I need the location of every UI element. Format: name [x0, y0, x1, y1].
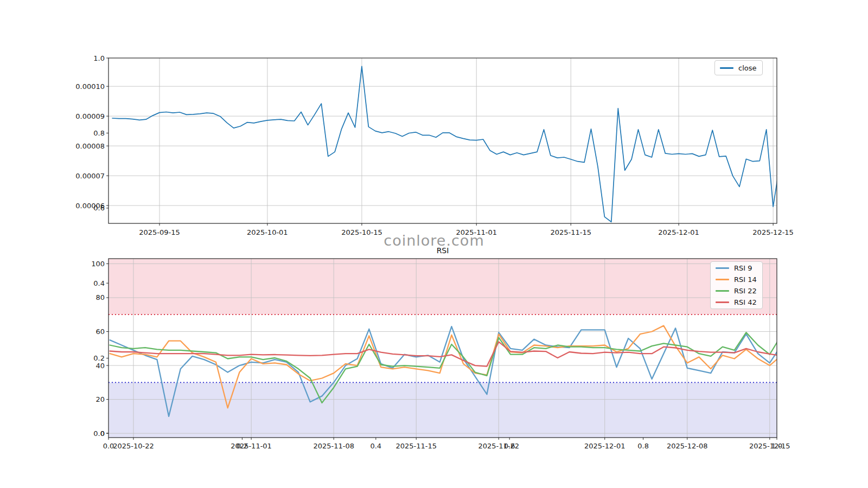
rsi9-line-swatch: [716, 267, 729, 269]
legend-row-close: close: [720, 64, 757, 72]
x-tick-label: 2025-10-22: [113, 442, 154, 450]
x-tick-label: 2025-12-08: [667, 442, 708, 450]
x-tick-label: 2025-10-01: [247, 228, 288, 236]
series-line-close: [112, 66, 780, 222]
overlay-y-tick-label: 0.6: [93, 204, 105, 212]
y-tick-label: 80: [95, 293, 105, 301]
legend-label-close: close: [738, 64, 756, 72]
y-tick-label: 0.00007: [75, 172, 105, 180]
y-tick-label: 100: [91, 260, 105, 268]
overlay-y-tick-label: 1.0: [93, 54, 105, 62]
overlay-y-tick-label: 0.4: [93, 279, 105, 287]
legend-row-rsi9: RSI 9: [716, 264, 757, 272]
watermark: coinlore.com: [384, 232, 484, 249]
x-tick-label: 2025-12-01: [584, 442, 626, 450]
overlay-x-tick-label: 0.0: [103, 442, 114, 450]
figure: 0.000100.000090.000080.000070.000062025-…: [0, 0, 868, 488]
overlay-x-tick-label: 0.2: [237, 442, 248, 450]
y-tick-label: 0.00009: [75, 112, 105, 120]
y-tick-label: 0.00008: [75, 142, 105, 150]
legend-label-rsi14: RSI 14: [734, 275, 757, 284]
overlay-x-tick-label: 0.6: [504, 442, 515, 450]
x-tick-label: 2025-11-15: [550, 228, 591, 236]
legend-close: close: [714, 60, 763, 75]
x-tick-label: 2025-11-08: [313, 442, 354, 450]
rsi-chart-title: RSI: [437, 246, 449, 255]
x-tick-label: 2025-12-01: [658, 228, 699, 236]
y-tick-label: 0.00010: [75, 82, 105, 91]
legend-label-rsi22: RSI 22: [734, 287, 757, 295]
x-tick-label: 2025-11-15: [395, 442, 437, 450]
rsi14-line-swatch: [716, 279, 729, 280]
rsi22-line-swatch: [716, 290, 729, 292]
x-tick-label: 2025-12-15: [752, 228, 794, 236]
rsi42-line-swatch: [716, 301, 729, 303]
x-tick-label: 2025-12-15: [749, 442, 790, 450]
close-line-swatch: [720, 67, 733, 69]
x-tick-label: 2025-09-15: [139, 228, 180, 236]
legend-row-rsi14: RSI 14: [716, 275, 757, 284]
overlay-x-tick-label: 0.8: [637, 442, 649, 450]
legend-rsi: RSI 9 RSI 14 RSI 22 RSI 42: [710, 261, 763, 309]
overlay-y-tick-label: 0.2: [93, 354, 105, 362]
overlay-x-tick-label: 1.0: [771, 442, 783, 450]
legend-row-rsi22: RSI 22: [716, 287, 757, 295]
legend-label-rsi42: RSI 42: [734, 298, 757, 306]
axes-spine: [108, 58, 777, 223]
overlay-y-tick-label: 0.0: [93, 429, 105, 438]
x-tick-label: 2025-10-15: [341, 228, 382, 236]
y-tick-label: 60: [95, 328, 105, 336]
overlay-x-tick-label: 0.4: [370, 442, 381, 450]
overbought-band: [108, 259, 777, 314]
overlay-y-tick-label: 0.8: [93, 129, 105, 137]
y-tick-label: 40: [95, 362, 105, 370]
y-tick-label: 20: [95, 395, 105, 403]
oversold-band: [108, 382, 777, 438]
legend-row-rsi42: RSI 42: [716, 298, 757, 306]
legend-label-rsi9: RSI 9: [734, 264, 752, 272]
